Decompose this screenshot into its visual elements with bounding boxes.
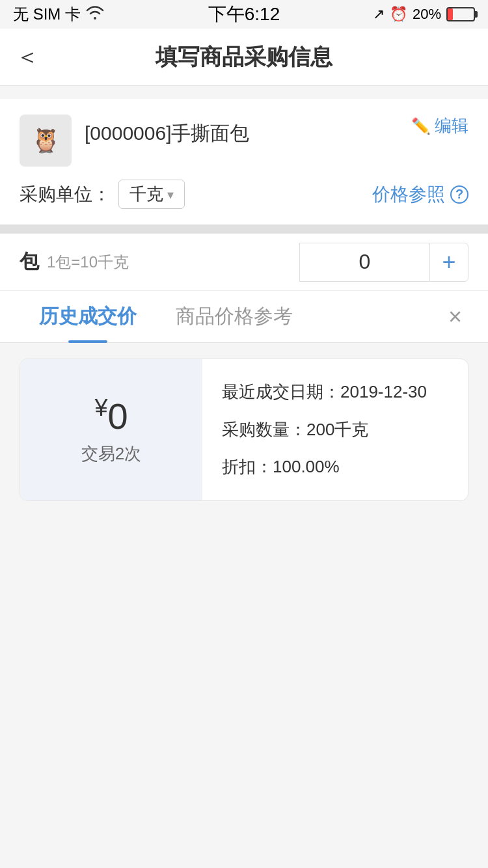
- tabs: 历史成交价 商品价格参考: [20, 291, 312, 343]
- quantity-controls: 0 +: [299, 243, 468, 282]
- quantity-label: 包 1包=10千克: [20, 249, 129, 275]
- product-header: 🦉 [0000006]手撕面包 ✏️ 编辑: [20, 115, 468, 167]
- price-reference-button[interactable]: 价格参照 ?: [372, 182, 468, 207]
- nav-bar: ＜ 填写商品采购信息: [0, 29, 488, 86]
- product-unit-row: 采购单位： 千克 ▾ 价格参照 ?: [20, 180, 468, 209]
- help-icon: ?: [450, 185, 468, 204]
- tab-close-button[interactable]: ×: [442, 297, 468, 337]
- dropdown-arrow-icon: ▾: [167, 187, 174, 202]
- quantity-plus-button[interactable]: +: [429, 243, 468, 282]
- alarm-icon: ⏰: [390, 6, 407, 23]
- edit-button[interactable]: ✏️ 编辑: [411, 115, 468, 137]
- section-divider: [0, 224, 488, 234]
- product-name: [0000006]手撕面包: [85, 115, 249, 147]
- status-time: 下午6:12: [208, 2, 280, 27]
- history-price-left: ¥0 交易2次: [20, 359, 202, 500]
- status-carrier: 无 SIM 卡: [13, 4, 104, 25]
- wifi-icon: [86, 5, 104, 23]
- quantity-row: 包 1包=10千克 0 +: [0, 234, 488, 291]
- history-price-right: 最近成交日期：2019-12-30 采购数量：200千克 折扣：100.00%: [202, 359, 468, 500]
- product-image: 🦉: [20, 115, 72, 167]
- battery-percent: 20%: [413, 6, 441, 23]
- history-discount-row: 折扣：100.00%: [222, 454, 448, 481]
- history-date-row: 最近成交日期：2019-12-30: [222, 379, 448, 406]
- history-card: ¥0 交易2次 最近成交日期：2019-12-30 采购数量：200千克 折扣：…: [20, 359, 468, 501]
- status-bar: 无 SIM 卡 下午6:12 ↗ ⏰ 20%: [0, 0, 488, 29]
- product-info: 🦉 [0000006]手撕面包: [20, 115, 249, 167]
- unit-selector: 采购单位： 千克 ▾: [20, 180, 185, 209]
- product-logo-icon: 🦉: [31, 129, 61, 152]
- status-right: ↗ ⏰ 20%: [373, 6, 475, 23]
- product-card: 🦉 [0000006]手撕面包 ✏️ 编辑 采购单位： 千克 ▾ 价格参照 ?: [0, 99, 488, 224]
- back-button[interactable]: ＜: [16, 41, 39, 73]
- unit-dropdown[interactable]: 千克 ▾: [118, 180, 185, 209]
- tab-history-price[interactable]: 历史成交价: [20, 291, 156, 343]
- quantity-input[interactable]: 0: [299, 243, 429, 282]
- location-icon: ↗: [373, 6, 385, 23]
- history-trades: 交易2次: [81, 442, 141, 465]
- carrier-text: 无 SIM 卡: [13, 4, 81, 25]
- tabs-container: 历史成交价 商品价格参考 ×: [0, 291, 488, 343]
- page-title: 填写商品采购信息: [156, 42, 332, 72]
- history-quantity-row: 采购数量：200千克: [222, 416, 448, 444]
- tab-price-reference[interactable]: 商品价格参考: [156, 291, 312, 343]
- history-section: ¥0 交易2次 最近成交日期：2019-12-30 采购数量：200千克 折扣：…: [0, 343, 488, 733]
- history-price-value: ¥0: [94, 394, 128, 437]
- edit-icon: ✏️: [411, 117, 431, 135]
- battery-icon: [446, 7, 475, 21]
